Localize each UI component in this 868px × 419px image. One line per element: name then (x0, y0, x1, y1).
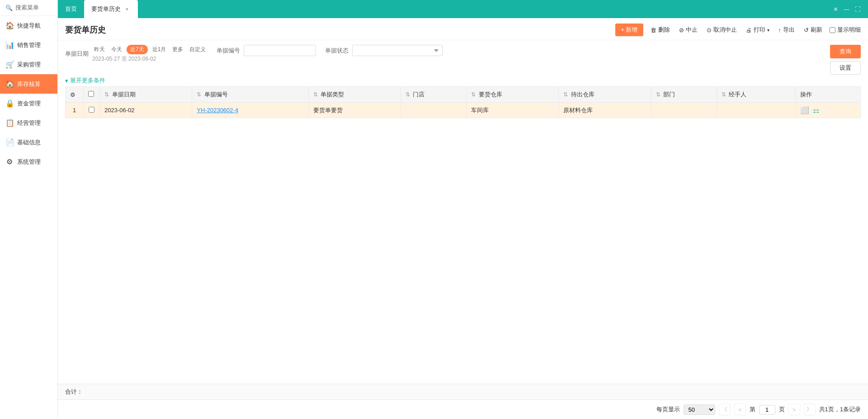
settings-button[interactable]: 设置 (830, 61, 861, 75)
sidebar-item-label: 经营管理 (17, 119, 41, 127)
row-date: 2023-06-02 (100, 103, 192, 118)
col-date[interactable]: ⇅ 单据日期 (100, 87, 192, 103)
table-wrap: ⚙ ⇅ 单据日期 ⇅ 单据编号 (58, 86, 868, 384)
col-docno[interactable]: ⇅ 单据编号 (192, 87, 308, 103)
refresh-icon: ↺ (804, 27, 809, 33)
table-row: 1 2023-06-02 YH-20230602-4 要货单要货 车间库 原材料… (66, 103, 861, 118)
col-handler-sort-icon: ⇅ (722, 91, 726, 98)
sidebar-item-purchase[interactable]: 🛒 采购管理 (0, 55, 57, 74)
prev-page-button[interactable]: < (734, 404, 746, 415)
filter-date-options: 昨天 今天 近7天 近1月 更多 自定义 (92, 45, 208, 54)
date-btn-custom[interactable]: 自定义 (188, 45, 208, 54)
sidebar-item-inventory[interactable]: 🏠 库存核算 (0, 74, 57, 94)
summary-label: 合计： (65, 388, 83, 395)
toolbar-suspend-label: 中止 (686, 26, 698, 34)
col-pendwh-label: 待出仓库 (571, 91, 594, 98)
row-checkbox[interactable] (89, 107, 94, 113)
row-docno-link[interactable]: YH-20230602-4 (197, 107, 238, 114)
col-dept-sort-icon: ⇅ (656, 91, 660, 98)
show-detail-checkbox[interactable] (830, 27, 835, 33)
col-store[interactable]: ⇅ 门店 (401, 87, 466, 103)
sidebar-search[interactable]: 🔍 搜索菜单 (0, 0, 57, 16)
row-check[interactable] (84, 103, 100, 118)
sidebar-item-label: 资金管理 (17, 100, 41, 108)
col-pending-warehouse[interactable]: ⇅ 待出仓库 (559, 87, 651, 103)
sidebar-item-sales[interactable]: 📊 销售管理 (0, 35, 57, 55)
sidebar-item-operations[interactable]: 📋 经营管理 (0, 113, 57, 133)
filter-status-select[interactable] (352, 45, 443, 56)
col-reqwh-label: 要货仓库 (479, 91, 502, 98)
export-icon: ↑ (778, 27, 782, 33)
toolbar-export-button[interactable]: ↑ 导出 (777, 26, 797, 34)
col-docno-label: 单据编号 (204, 91, 228, 98)
data-table: ⚙ ⇅ 单据日期 ⇅ 单据编号 (65, 86, 861, 118)
last-page-button[interactable]: 》 (804, 404, 816, 415)
col-store-label: 门店 (413, 91, 425, 98)
col-check-all[interactable] (84, 87, 100, 103)
filter-docno-input[interactable] (244, 45, 316, 56)
filter-area: 单据日期 昨天 今天 近7天 近1月 更多 自定义 2023-05-27 至 2… (58, 40, 868, 86)
col-handler[interactable]: ⇅ 经手人 (717, 87, 796, 103)
window-close-icon[interactable]: ✕ (833, 6, 838, 13)
window-maximize-icon[interactable]: ⛶ (855, 6, 861, 13)
col-settings[interactable]: ⚙ (66, 87, 84, 103)
row-actions: ⬜ ⚏ (796, 103, 861, 118)
per-page-select[interactable]: 50 100 200 (684, 405, 715, 415)
toolbar-suspend-button[interactable]: ⊘ 中止 (677, 26, 699, 34)
col-reqwh-sort-icon: ⇅ (471, 91, 476, 98)
pagination: 每页显示 50 100 200 《 < 第 页 > 》 共1页，1条记录 (58, 400, 868, 419)
col-department[interactable]: ⇅ 部门 (651, 87, 717, 103)
row-handler (717, 103, 796, 118)
page-title: 要货单历史 (65, 24, 106, 35)
col-settings-icon: ⚙ (70, 91, 75, 98)
toolbar-cancel-suspend-button[interactable]: ⊙ 取消中止 (705, 26, 739, 34)
date-btn-more[interactable]: 更多 (170, 45, 185, 54)
date-range-text: 2023-05-27 至 2023-06-02 (92, 55, 208, 63)
toolbar-new-button[interactable]: + 新增 (615, 24, 643, 36)
delete-icon: 🗑 (651, 27, 656, 33)
sidebar-item-system[interactable]: ⚙ 系统管理 (0, 152, 57, 171)
tab-active[interactable]: 要货单历史 × (84, 0, 138, 18)
col-req-warehouse[interactable]: ⇅ 要货仓库 (466, 87, 558, 103)
row-more-icon[interactable]: ⚏ (813, 106, 819, 114)
date-btn-1month[interactable]: 近1月 (151, 45, 168, 54)
doc-icon: 📄 (5, 138, 14, 147)
toolbar-refresh-label: 刷新 (811, 26, 822, 34)
date-btn-7days[interactable]: 近7天 (127, 45, 148, 54)
next-page-button[interactable]: > (788, 404, 800, 415)
table-header-row: ⚙ ⇅ 单据日期 ⇅ 单据编号 (66, 87, 861, 103)
show-detail-label: 显示明细 (837, 26, 861, 34)
filter-docno-label: 单据编号 (217, 47, 240, 55)
tab-close-icon[interactable]: × (123, 5, 131, 13)
query-button[interactable]: 查询 (830, 45, 861, 58)
content-area: 要货单历史 + 新增 🗑 删除 ⊘ 中止 ⊙ 取消中止 🖨 打印 (58, 18, 868, 419)
toolbar-refresh-button[interactable]: ↺ 刷新 (802, 26, 824, 34)
sidebar-search-label: 搜索菜单 (15, 4, 39, 12)
sidebar-item-quick-nav[interactable]: 🏠 快捷导航 (0, 16, 57, 35)
cancel-suspend-icon: ⊙ (707, 27, 712, 33)
action-btns: ⬜ ⚏ (800, 106, 856, 114)
tab-home[interactable]: 首页 (58, 0, 84, 18)
expand-filter-button[interactable]: ▾ 展开更多条件 (65, 76, 861, 85)
row-store (401, 103, 466, 118)
col-doctype[interactable]: ⇅ 单据类型 (308, 87, 401, 103)
window-minimize-icon[interactable]: — (844, 6, 849, 13)
current-page-input[interactable] (759, 405, 775, 414)
date-btn-yesterday[interactable]: 昨天 (92, 45, 107, 54)
col-action-label: 操作 (800, 91, 812, 98)
show-detail-checkbox-wrap[interactable]: 显示明细 (830, 26, 861, 34)
check-all-checkbox[interactable] (88, 91, 94, 97)
print-chevron-icon: ▾ (767, 28, 769, 33)
date-btn-today[interactable]: 今天 (109, 45, 124, 54)
toolbar-print-button[interactable]: 🖨 打印 ▾ (744, 26, 771, 34)
sidebar-item-label: 销售管理 (17, 41, 41, 49)
toolbar-delete-button[interactable]: 🗑 删除 (649, 26, 672, 34)
col-store-sort-icon: ⇅ (406, 91, 410, 98)
sidebar-item-finance[interactable]: 🔒 资金管理 (0, 94, 57, 113)
row-edit-icon[interactable]: ⬜ (800, 106, 809, 114)
first-page-button[interactable]: 《 (719, 404, 731, 415)
sidebar-item-basic-info[interactable]: 📄 基础信息 (0, 133, 57, 152)
row-pending-warehouse: 原材料仓库 (559, 103, 651, 118)
expand-filter-label: 展开更多条件 (70, 76, 105, 85)
tab-home-label: 首页 (65, 5, 77, 13)
